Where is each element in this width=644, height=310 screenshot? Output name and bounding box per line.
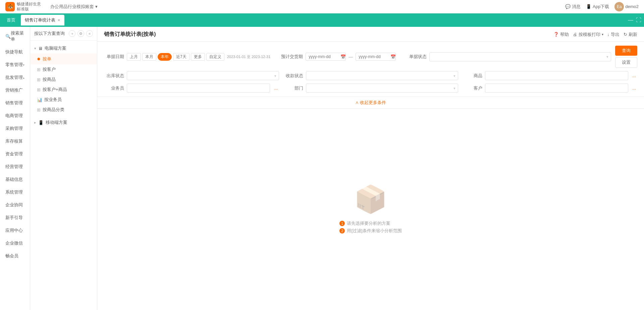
scheme-node-按商品分类[interactable]: ⊞ 按商品分类 bbox=[30, 105, 97, 115]
collection-status-select[interactable] bbox=[306, 71, 458, 80]
print-chevron-icon: ▾ bbox=[602, 33, 603, 36]
date-btn-last-month[interactable]: 上月 bbox=[127, 53, 141, 61]
customer-input[interactable] bbox=[485, 84, 628, 93]
main-layout: 🔍 搜索菜单 快捷导航 零售管理 批发管理 营销推广 销售管理 电商管理 采购管… bbox=[0, 27, 644, 310]
date-btn-this-year[interactable]: 本年 bbox=[158, 53, 172, 61]
help-btn[interactable]: ❓ 帮助 bbox=[553, 32, 569, 38]
sidebar-item-newbie[interactable]: 新手引导 bbox=[0, 211, 30, 224]
tab-home[interactable]: 首页 bbox=[3, 15, 19, 25]
scheme-node-按单[interactable]: ● 按单 bbox=[30, 53, 97, 64]
goods-more-btn[interactable]: ... bbox=[631, 73, 637, 78]
doc-status-label: 单据状态 bbox=[407, 54, 427, 60]
tab-close-icon[interactable]: ✕ bbox=[57, 18, 60, 22]
sidebar-item-zero-retail[interactable]: 零售管理 bbox=[0, 58, 30, 71]
collapse-text: 收起更多条件 bbox=[360, 100, 386, 105]
scheme-node-按客户[interactable]: ⊞ 按客户 bbox=[30, 64, 97, 74]
scheme-node-icon-按业务员: 📊 bbox=[37, 97, 42, 102]
pc-scheme-text: 电脑端方案 bbox=[45, 45, 66, 51]
salesperson-input[interactable] bbox=[127, 84, 270, 93]
delivery-date-from[interactable] bbox=[306, 53, 346, 61]
scheme-header-label: 按以下方案查询 bbox=[34, 31, 65, 37]
date-label: 单据日期 bbox=[104, 54, 124, 60]
scheme-node-按业务员[interactable]: 📊 按业务员 bbox=[30, 95, 97, 105]
sidebar-item-membership[interactable]: 畅会员 bbox=[0, 250, 30, 262]
sidebar-item-finance[interactable]: 资金管理 bbox=[0, 148, 30, 160]
sidebar-item-system[interactable]: 系统管理 bbox=[0, 186, 30, 199]
collapse-icon: ∧ bbox=[355, 100, 360, 105]
export-btn[interactable]: ↓ 导出 bbox=[607, 32, 620, 38]
scheme-panel: 按以下方案查询 ＋ ⚙ « ▾ 🖥 电脑端方案 ● 按单 ⊞ bbox=[30, 27, 97, 310]
date-btn-7days[interactable]: 近7天 bbox=[173, 53, 190, 61]
home-label: 首页 bbox=[7, 17, 15, 23]
settings-btn[interactable]: 设置 bbox=[615, 57, 637, 68]
sidebar-item-app-center[interactable]: 应用中心 bbox=[0, 224, 30, 237]
date-range-display: 2023-01-01 至 2023-12-31 bbox=[227, 54, 271, 59]
sidebar-item-inventory[interactable]: 库存核算 bbox=[0, 135, 30, 148]
date-btn-this-month[interactable]: 本月 bbox=[142, 53, 156, 61]
filter-row-2: 出库状态 收款状态 bbox=[104, 71, 637, 80]
query-btn[interactable]: 查询 bbox=[615, 46, 637, 56]
minimize-icon[interactable]: — bbox=[628, 17, 633, 23]
search-menu-btn[interactable]: 🔍 搜索菜单 bbox=[0, 27, 30, 46]
customer-more-btn[interactable]: ... bbox=[631, 86, 637, 91]
filter-row-1: 单据日期 上月 本月 本年 近7天 更多 自定义 2023-01-01 至 20… bbox=[104, 46, 637, 68]
scheme-node-按商品[interactable]: ⊞ 按商品 bbox=[30, 74, 97, 85]
mobile-icon: 📱 bbox=[38, 120, 44, 125]
print-template-btn[interactable]: 🖨 按模板打印 ▾ bbox=[573, 32, 603, 38]
shipment-status-label: 出库状态 bbox=[104, 73, 124, 79]
sidebar-item-enterprise-collab[interactable]: 企业协同 bbox=[0, 199, 30, 211]
delivery-date-to[interactable] bbox=[356, 53, 396, 61]
settings-scheme-btn[interactable]: ⚙ bbox=[77, 30, 84, 37]
pc-scheme-parent[interactable]: ▾ 🖥 电脑端方案 bbox=[30, 43, 97, 53]
tab-sales-order-stat[interactable]: 销售订单统计表 ✕ bbox=[21, 15, 64, 25]
scheme-node-icon-按客户商品: ⊞ bbox=[37, 87, 41, 92]
message-btn[interactable]: 💬 消息 bbox=[565, 4, 581, 10]
scheme-node-icon-按商品: ⊞ bbox=[37, 77, 41, 82]
chevron-down-icon: ▾ bbox=[95, 4, 98, 9]
app-download-btn[interactable]: 📱 App下载 bbox=[586, 4, 609, 10]
empty-tips: 1 请先选择要分析的方案 2 用[过滤]条件来缩小分析范围 bbox=[339, 219, 401, 235]
sidebar-item-purchase[interactable]: 采购管理 bbox=[0, 122, 30, 135]
shipment-status-select[interactable] bbox=[127, 71, 279, 80]
maximize-icon[interactable]: ⛶ bbox=[636, 17, 641, 23]
tab-bar-actions: — ⛶ bbox=[628, 17, 644, 23]
filter-area: 单据日期 上月 本月 本年 近7天 更多 自定义 2023-01-01 至 20… bbox=[97, 42, 644, 97]
empty-tip2: 用[过滤]条件来缩小分析范围 bbox=[347, 228, 401, 234]
sidebar-item-marketing[interactable]: 营销推广 bbox=[0, 84, 30, 97]
quick-nav-btn[interactable]: 快捷导航 bbox=[0, 46, 30, 58]
collapse-scheme-btn[interactable]: « bbox=[86, 30, 93, 37]
doc-status-select[interactable] bbox=[429, 52, 611, 61]
collapse-bar[interactable]: ∧ 收起更多条件 bbox=[97, 97, 644, 109]
page-actions-right: ❓ 帮助 🖨 按模板打印 ▾ ↓ 导出 bbox=[553, 32, 638, 38]
page-header-top: 销售订单统计表(按单) ❓ 帮助 🖨 按模板打印 ▾ bbox=[104, 31, 637, 38]
scheme-node-按客户商品[interactable]: ⊞ 按客户+商品 bbox=[30, 85, 97, 95]
tip-num-1: 1 bbox=[339, 221, 345, 226]
add-scheme-btn[interactable]: ＋ bbox=[69, 30, 75, 37]
refresh-btn[interactable]: ↻ 刷新 bbox=[624, 32, 637, 38]
content-area: 按以下方案查询 ＋ ⚙ « ▾ 🖥 电脑端方案 ● 按单 ⊞ bbox=[30, 27, 644, 310]
app-selector[interactable]: 办公用品行业模拟账套 ▾ bbox=[50, 4, 98, 10]
help-icon: ❓ bbox=[553, 32, 559, 37]
sidebar-item-ecommerce[interactable]: 电商管理 bbox=[0, 109, 30, 122]
scheme-tree: ▾ 🖥 电脑端方案 ● 按单 ⊞ 按客户 ⊞ 按商品 ⊞ bbox=[30, 41, 97, 130]
tab-label: 销售订单统计表 bbox=[25, 17, 55, 23]
date-btn-more[interactable]: 更多 bbox=[191, 53, 205, 61]
sidebar-item-operations[interactable]: 经营管理 bbox=[0, 160, 30, 173]
expected-delivery-label: 预计交货期 bbox=[281, 54, 303, 60]
department-label: 部门 bbox=[283, 85, 303, 91]
sidebar-item-enterprise-wechat[interactable]: 企业微信 bbox=[0, 237, 30, 250]
goods-input[interactable] bbox=[485, 71, 628, 80]
salesperson-more-btn[interactable]: ... bbox=[273, 86, 279, 91]
logo-area: 🐯 畅捷通好生意 标准版 bbox=[5, 2, 41, 11]
department-select[interactable] bbox=[306, 84, 458, 93]
export-icon: ↓ bbox=[607, 32, 610, 37]
empty-illustration: 📦 bbox=[354, 184, 387, 215]
mobile-scheme-parent[interactable]: ▸ 📱 移动端方案 bbox=[30, 117, 97, 127]
user-area[interactable]: Ea demo2 bbox=[614, 2, 639, 11]
sidebar-item-wholesale[interactable]: 批发管理 bbox=[0, 71, 30, 84]
empty-state: 📦 1 请先选择要分析的方案 2 用[过滤]条件来缩小分析范围 bbox=[97, 109, 644, 310]
sidebar-item-sales[interactable]: 销售管理 bbox=[0, 97, 30, 109]
search-icon: 🔍 bbox=[5, 34, 11, 39]
date-btn-custom[interactable]: 自定义 bbox=[206, 53, 224, 61]
sidebar-item-basic-info[interactable]: 基础信息 bbox=[0, 173, 30, 186]
